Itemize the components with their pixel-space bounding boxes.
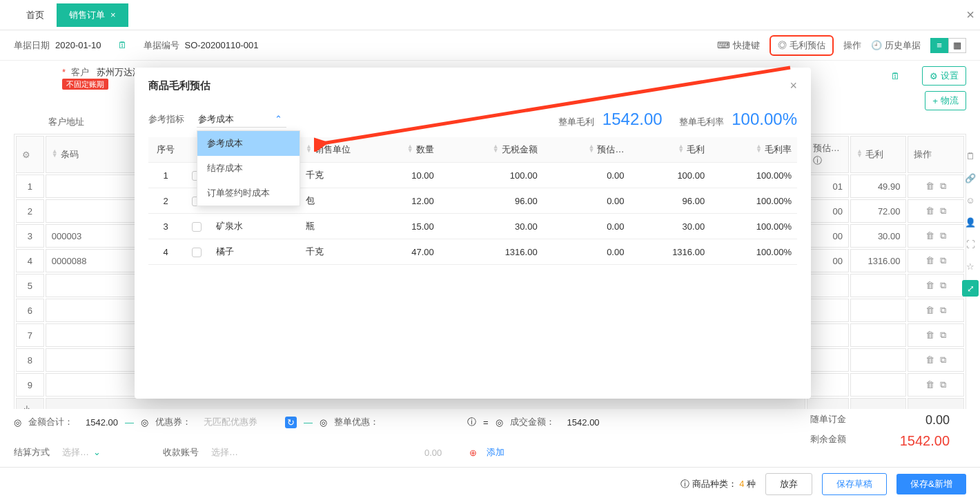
close-icon[interactable]: × (790, 79, 797, 93)
row-rate: 100.00% (710, 239, 797, 265)
row-unit: 千克 (300, 239, 369, 265)
col-unit[interactable]: 销售单位 (315, 144, 351, 154)
sort-icon[interactable]: ▲▼ (756, 144, 762, 152)
row-est: 0.00 (543, 214, 630, 239)
indicator-dropdown: 参考成本 结存成本 订单签约时成本 (197, 130, 300, 206)
col-profit[interactable]: 毛利 (687, 144, 705, 154)
col-idx: 序号 (148, 137, 183, 163)
row-profit: 1316.00 (629, 239, 710, 265)
row-qty: 12.00 (369, 188, 440, 214)
row-profit: 96.00 (629, 188, 710, 214)
dropdown-option[interactable]: 订单签约时成本 (197, 181, 300, 206)
row-profit: 30.00 (629, 214, 710, 239)
col-amount[interactable]: 无税金额 (502, 144, 538, 154)
row-check[interactable] (183, 214, 210, 239)
row-qty: 15.00 (369, 214, 440, 239)
sort-icon[interactable]: ▲▼ (407, 144, 413, 152)
row-rate: 100.00% (710, 163, 797, 188)
row-idx: 3 (148, 214, 183, 239)
row-unit: 瓶 (300, 214, 369, 239)
row-rate: 100.00% (710, 214, 797, 239)
total-profit-value: 1542.00 (602, 110, 663, 128)
row-name: 矿泉水 (210, 214, 300, 239)
sort-icon[interactable]: ▲▼ (306, 144, 312, 152)
indicator-select[interactable]: ⌃ 参考成本 结存成本 订单签约时成本 (197, 111, 286, 128)
row-amount: 1316.00 (440, 239, 543, 265)
row-idx: 2 (148, 188, 183, 214)
row-idx: 1 (148, 163, 183, 188)
row-profit: 100.00 (629, 163, 710, 188)
sort-icon[interactable]: ▲▼ (493, 144, 499, 152)
modal-title: 商品毛利预估 (148, 79, 210, 92)
row-qty: 47.00 (369, 239, 440, 265)
sort-icon[interactable]: ▲▼ (678, 144, 684, 152)
sort-icon[interactable]: ▲▼ (589, 144, 595, 152)
profit-estimate-modal: 商品毛利预估 × 参考指标 ⌃ 参考成本 结存成本 订单签约时成本 整单毛利 1… (135, 68, 811, 399)
row-qty: 10.00 (369, 163, 440, 188)
row-amount: 30.00 (440, 214, 543, 239)
row-idx: 4 (148, 239, 183, 265)
col-rate[interactable]: 毛利率 (765, 144, 792, 154)
dropdown-option[interactable]: 结存成本 (197, 156, 300, 181)
indicator-label: 参考指标 (148, 113, 184, 126)
row-rate: 100.00% (710, 188, 797, 214)
col-est[interactable]: 预估… (597, 144, 624, 154)
dropdown-option[interactable]: 参考成本 (197, 131, 300, 156)
chevron-up-icon: ⌃ (275, 114, 282, 124)
total-profit-label: 整单毛利 (558, 117, 594, 127)
row-amount: 100.00 (440, 163, 543, 188)
modal-header: 商品毛利预估 × (135, 68, 811, 104)
total-rate-label: 整单毛利率 (679, 117, 724, 127)
row-est: 0.00 (543, 239, 630, 265)
row-unit: 包 (300, 188, 369, 214)
total-rate-value: 100.00% (732, 110, 797, 128)
modal-controls: 参考指标 ⌃ 参考成本 结存成本 订单签约时成本 整单毛利 1542.00 整单… (135, 104, 811, 137)
row-est: 0.00 (543, 163, 630, 188)
row-est: 0.00 (543, 188, 630, 214)
col-qty[interactable]: 数量 (416, 144, 434, 154)
modal-summary: 整单毛利 1542.00 整单毛利率 100.00% (558, 110, 797, 129)
row-check[interactable] (183, 239, 210, 265)
row-name: 橘子 (210, 239, 300, 265)
indicator-input[interactable] (197, 111, 286, 128)
row-amount: 96.00 (440, 188, 543, 214)
row-unit: 千克 (300, 163, 369, 188)
